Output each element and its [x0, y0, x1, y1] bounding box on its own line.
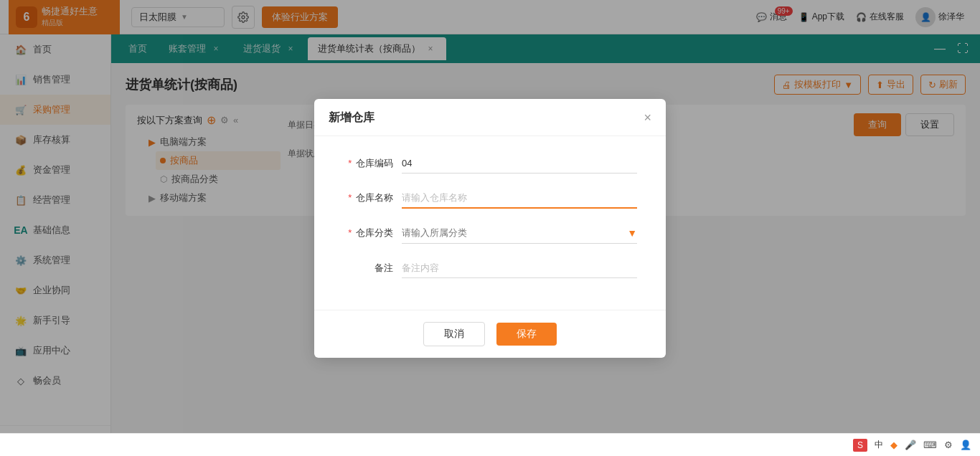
- form-row-category: * 仓库分类 ▼: [343, 223, 637, 244]
- name-label: * 仓库名称: [343, 191, 393, 204]
- modal-close-icon[interactable]: ×: [644, 111, 651, 124]
- status-mic-icon[interactable]: 🎤: [905, 440, 916, 450]
- category-input[interactable]: [402, 227, 627, 238]
- modal-body: * 仓库编码 * 仓库名称 * 仓库分类: [314, 136, 666, 310]
- form-row-remark: 备注: [343, 258, 637, 278]
- modal-footer: 取消 保存: [314, 310, 666, 358]
- status-icons: S 中 ◆ 🎤 ⌨ ⚙ 👤: [853, 439, 971, 452]
- form-row-name: * 仓库名称: [343, 188, 637, 209]
- form-row-code: * 仓库编码: [343, 153, 637, 174]
- modal-overlay[interactable]: 新增仓库 × * 仓库编码 * 仓库名称: [0, 0, 980, 456]
- save-button[interactable]: 保存: [496, 323, 557, 346]
- code-label: * 仓库编码: [343, 157, 393, 170]
- name-input[interactable]: [402, 188, 637, 209]
- modal-new-warehouse: 新增仓库 × * 仓库编码 * 仓库名称: [314, 99, 666, 358]
- status-zh-icon[interactable]: 中: [875, 439, 883, 451]
- remark-label: 备注: [343, 262, 393, 275]
- modal-header: 新增仓库 ×: [314, 99, 666, 136]
- status-dot-icon[interactable]: ◆: [890, 440, 897, 450]
- status-user-icon[interactable]: 👤: [960, 440, 971, 450]
- status-keyboard-icon[interactable]: ⌨: [923, 440, 937, 450]
- category-label: * 仓库分类: [343, 227, 393, 239]
- required-star-code: *: [348, 158, 352, 168]
- status-bar: S 中 ◆ 🎤 ⌨ ⚙ 👤: [0, 433, 980, 456]
- required-star-name: *: [348, 192, 352, 203]
- code-input[interactable]: [402, 153, 637, 174]
- cancel-button[interactable]: 取消: [423, 322, 485, 346]
- category-select-wrap[interactable]: ▼: [402, 223, 637, 244]
- status-sougou-icon[interactable]: S: [853, 439, 867, 452]
- required-star-category: *: [348, 227, 352, 238]
- modal-title: 新增仓库: [329, 110, 374, 125]
- category-arrow-icon: ▼: [627, 227, 637, 239]
- remark-input[interactable]: [402, 258, 637, 278]
- status-settings-icon[interactable]: ⚙: [944, 440, 953, 450]
